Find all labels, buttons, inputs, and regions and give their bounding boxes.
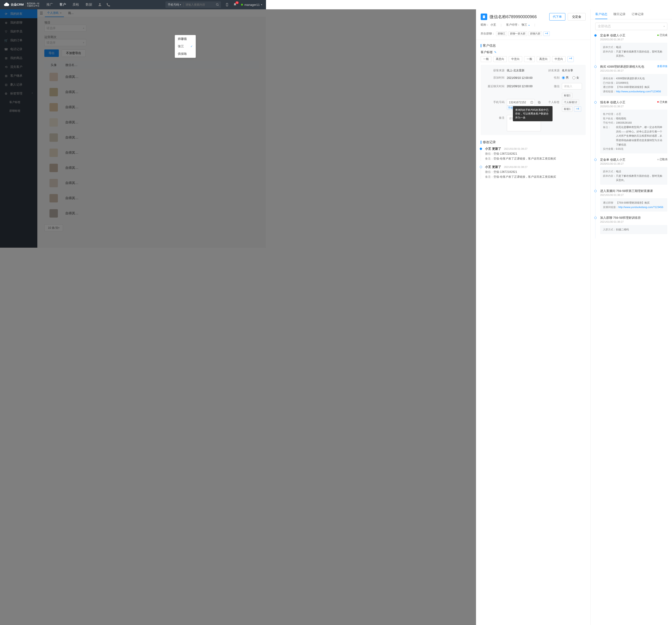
top-nav: 推广 客户 质检 数据 — [46, 3, 92, 7]
svg-rect-2 — [226, 3, 228, 6]
search-input[interactable] — [184, 3, 214, 6]
topnav-data[interactable]: 数据 — [86, 3, 92, 7]
online-dot — [241, 4, 243, 6]
manager-option[interactable]: 师馨薇 — [175, 35, 195, 43]
notif-badge: 5 — [235, 1, 239, 4]
check-icon: ✓ — [190, 45, 193, 48]
device-icon[interactable] — [225, 3, 229, 6]
logo-text: 云朵CRM — [11, 3, 24, 7]
svg-point-1 — [216, 3, 218, 5]
search-type-select[interactable]: 手机号码 ▾ — [165, 3, 184, 7]
global-search: 手机号码 ▾ — [165, 1, 221, 8]
overlay[interactable] — [0, 9, 266, 248]
logo[interactable]: 云朵CRM 教育机构一站式服务云平台 — [4, 2, 40, 7]
cloud-icon — [4, 2, 9, 7]
manager-dropdown-popup: 师馨薇 张三✓ 俱保咏 — [175, 35, 196, 58]
topnav-promo[interactable]: 推广 — [46, 3, 53, 7]
phone-icon[interactable] — [106, 3, 111, 7]
topbar: 云朵CRM 教育机构一站式服务云平台 推广 客户 质检 数据 手机号码 ▾ 5 … — [0, 0, 266, 9]
username: manager11 — [244, 3, 260, 6]
svg-point-0 — [99, 3, 101, 5]
topnav-customer[interactable]: 客户 — [59, 3, 66, 7]
manager-option[interactable]: 张三✓ — [175, 43, 195, 50]
search-icon[interactable] — [214, 3, 221, 6]
topnav-qc[interactable]: 质检 — [73, 3, 79, 7]
manager-option[interactable]: 俱保咏 — [175, 50, 195, 58]
logo-sub: 教育机构一站式服务云平台 — [25, 2, 40, 7]
user-menu[interactable]: manager11 ▾ — [241, 3, 262, 6]
notification-icon[interactable]: 5 — [233, 3, 237, 6]
user-icon[interactable] — [98, 3, 102, 7]
